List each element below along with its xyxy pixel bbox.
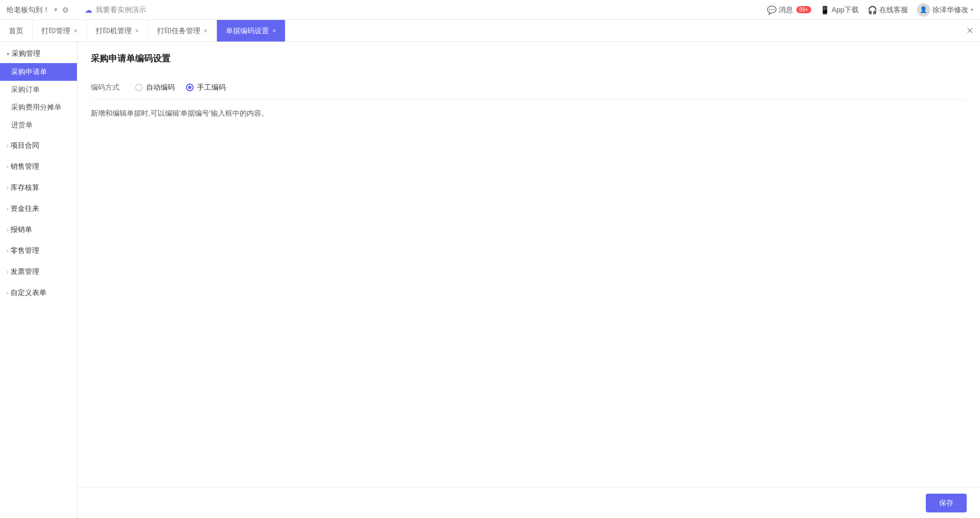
sidebar-group-purchase-mgmt: ▾ 采购管理 采购申请单 采购订单 采购费用分摊单 进货单 <box>0 44 77 134</box>
tab-bar: 首页 打印管理 × 打印机管理 × 打印任务管理 × 单据编码设置 × ✕ <box>0 20 980 42</box>
tab-close-print-task-mgmt[interactable]: × <box>204 28 208 34</box>
sidebar-group-title-purchase-mgmt[interactable]: ▾ 采购管理 <box>0 44 77 63</box>
radio-manual-label: 手工编码 <box>197 82 226 92</box>
user-chevron-icon: ▾ <box>971 7 973 13</box>
sidebar-group-label-fund-flow: 资金往来 <box>11 204 39 214</box>
sidebar-group-project-contract: › 项目合同 <box>0 136 77 155</box>
radio-auto-label: 自动编码 <box>146 82 175 92</box>
encoding-row: 编码方式 自动编码 手工编码 <box>91 76 967 100</box>
content-area: 采购申请单编码设置 编码方式 自动编码 手工编码 <box>77 42 980 518</box>
app-download-button[interactable]: 📱 App下载 <box>820 5 859 15</box>
collapse-icon-fund: › <box>7 206 8 212</box>
tab-doc-code-settings[interactable]: 单据编码设置 × <box>217 20 286 42</box>
radio-manual-circle <box>186 84 194 91</box>
expand-icon: ▾ <box>7 51 9 57</box>
sidebar-group-label-invoice-mgmt: 发票管理 <box>11 267 39 277</box>
top-bar: 给老板勾到！ ▾ ⚙ ☁ 我要看实例演示 💬 消息 99+ 📱 App下载 🎧 … <box>0 0 980 20</box>
brand-label: 给老板勾到！ <box>7 5 50 15</box>
collapse-icon-retail: › <box>7 248 8 254</box>
printer-mgmt-tab-label: 打印机管理 <box>96 26 132 36</box>
tab-printer-mgmt[interactable]: 打印机管理 × <box>87 20 148 42</box>
sidebar-group-label-retail-mgmt: 零售管理 <box>11 246 39 256</box>
sidebar-group-invoice-mgmt: › 发票管理 <box>0 262 77 281</box>
main-layout: ▾ 采购管理 采购申请单 采购订单 采购费用分摊单 进货单 › 项目合同 › 销… <box>0 42 980 518</box>
sidebar-group-title-custom-forms[interactable]: › 自定义表单 <box>0 283 77 302</box>
online-support-label: 在线客服 <box>879 5 908 15</box>
radio-item-manual[interactable]: 手工编码 <box>186 82 226 92</box>
radio-auto-circle <box>135 84 143 91</box>
top-bar-right: 💬 消息 99+ 📱 App下载 🎧 在线客服 👤 徐泽华修改 ▾ <box>767 3 973 17</box>
sidebar-group-retail-mgmt: › 零售管理 <box>0 241 77 260</box>
sidebar-item-purchase-order[interactable]: 采购订单 <box>0 81 77 99</box>
user-name: 徐泽华修改 <box>932 5 968 15</box>
collapse-icon: › <box>7 143 8 149</box>
tab-close-doc-code-settings[interactable]: × <box>272 28 276 34</box>
radio-group-encoding: 自动编码 手工编码 <box>135 82 226 92</box>
sidebar-group-label-sales-mgmt: 销售管理 <box>11 162 39 172</box>
top-bar-left: 给老板勾到！ ▾ ⚙ ☁ 我要看实例演示 <box>7 5 146 15</box>
avatar: 👤 <box>917 3 930 17</box>
search-placeholder-text: 我要看实例演示 <box>96 5 146 15</box>
sidebar-group-custom-forms: › 自定义表单 <box>0 283 77 302</box>
collapse-icon-custom: › <box>7 290 8 296</box>
gear-icon[interactable]: ⚙ <box>62 6 69 14</box>
headset-icon: 🎧 <box>868 6 877 14</box>
sidebar-group-label-purchase-mgmt: 采购管理 <box>12 49 40 59</box>
info-text: 新增和编辑单据时,可以编辑'单据编号'输入框中的内容。 <box>91 108 967 118</box>
sidebar-group-label-inventory: 库存核算 <box>11 183 39 193</box>
sidebar-item-purchase-request[interactable]: 采购申请单 <box>0 63 77 81</box>
sidebar-group-label-project-contract: 项目合同 <box>11 141 39 151</box>
cloud-icon: ☁ <box>85 6 92 14</box>
sidebar-group-title-invoice-mgmt[interactable]: › 发票管理 <box>0 262 77 281</box>
radio-item-auto[interactable]: 自动编码 <box>135 82 175 92</box>
messages-button[interactable]: 💬 消息 99+ <box>767 5 811 15</box>
doc-code-settings-tab-label: 单据编码设置 <box>226 26 269 36</box>
sidebar-group-label-custom-forms: 自定义表单 <box>11 288 46 298</box>
collapse-icon-inventory: › <box>7 185 8 191</box>
user-profile[interactable]: 👤 徐泽华修改 ▾ <box>917 3 973 17</box>
sidebar-group-title-returns[interactable]: › 报销单 <box>0 220 77 239</box>
sidebar-group-title-inventory[interactable]: › 库存核算 <box>0 178 77 197</box>
sidebar-group-fund-flow: › 资金往来 <box>0 199 77 218</box>
tab-close-printer-mgmt[interactable]: × <box>135 28 139 34</box>
print-mgmt-tab-label: 打印管理 <box>42 26 70 36</box>
sidebar-item-purchase-expense[interactable]: 采购费用分摊单 <box>0 99 77 116</box>
print-task-mgmt-tab-label: 打印任务管理 <box>157 26 200 36</box>
messages-badge: 99+ <box>796 6 811 13</box>
save-button[interactable]: 保存 <box>926 494 967 512</box>
sidebar-group-title-retail-mgmt[interactable]: › 零售管理 <box>0 241 77 260</box>
sidebar-item-goods-receipt[interactable]: 进货单 <box>0 116 77 134</box>
sidebar-group-inventory: › 库存核算 <box>0 178 77 197</box>
chevron-down-icon[interactable]: ▾ <box>54 6 58 13</box>
page-title: 采购申请单编码设置 <box>91 53 967 65</box>
messages-label: 消息 <box>779 5 793 15</box>
collapse-icon-returns: › <box>7 227 8 233</box>
home-tab-label: 首页 <box>9 26 23 36</box>
tab-close-print-mgmt[interactable]: × <box>74 28 77 34</box>
global-close-button[interactable]: ✕ <box>960 20 980 42</box>
app-download-label: App下载 <box>832 5 859 15</box>
content-inner: 采购申请单编码设置 编码方式 自动编码 手工编码 <box>77 42 980 487</box>
sidebar-group-sales-mgmt: › 销售管理 <box>0 157 77 176</box>
sidebar-group-title-project-contract[interactable]: › 项目合同 <box>0 136 77 155</box>
sidebar-group-label-returns: 报销单 <box>11 225 32 235</box>
app-icon: 📱 <box>820 6 829 14</box>
collapse-icon-invoice: › <box>7 269 8 275</box>
online-support-button[interactable]: 🎧 在线客服 <box>868 5 908 15</box>
content-footer: 保存 <box>77 487 980 518</box>
sidebar-group-title-sales-mgmt[interactable]: › 销售管理 <box>0 157 77 176</box>
search-bar[interactable]: ☁ 我要看实例演示 <box>85 5 146 15</box>
encoding-label: 编码方式 <box>91 82 124 92</box>
message-icon: 💬 <box>767 6 776 14</box>
sidebar: ▾ 采购管理 采购申请单 采购订单 采购费用分摊单 进货单 › 项目合同 › 销… <box>0 42 77 518</box>
tab-print-mgmt[interactable]: 打印管理 × <box>33 20 87 42</box>
collapse-icon-sales: › <box>7 164 8 170</box>
sidebar-group-title-fund-flow[interactable]: › 资金往来 <box>0 199 77 218</box>
tab-home[interactable]: 首页 <box>0 20 33 42</box>
sidebar-group-returns: › 报销单 <box>0 220 77 239</box>
tab-print-task-mgmt[interactable]: 打印任务管理 × <box>148 20 217 42</box>
